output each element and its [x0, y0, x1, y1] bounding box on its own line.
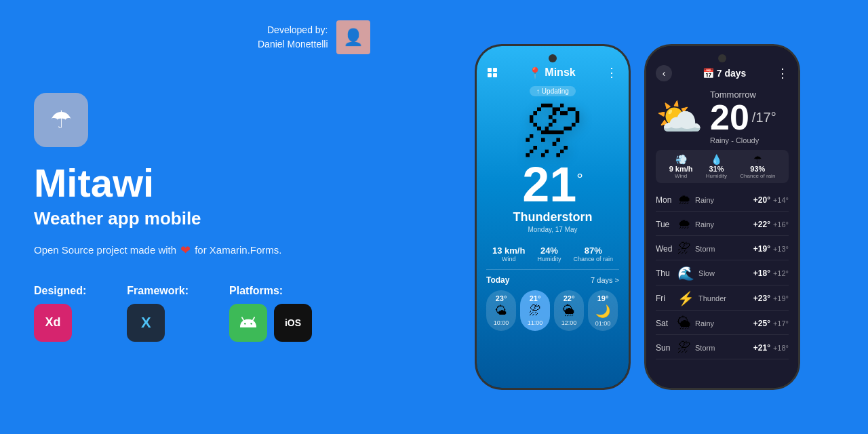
day-icon-5: 🌦 [677, 315, 691, 331]
framework-section: Framework: X [127, 285, 189, 342]
calendar-icon: 📅 [703, 68, 714, 79]
phone-main-screen: 📍 Minsk ⋮ ↑ Updating ⛈ 21° Thunderstorn … [475, 44, 631, 390]
app-description: Open Source project made with ❤ for Xama… [34, 243, 387, 258]
android-icon [229, 304, 267, 342]
p2-rain-value: 93% [740, 165, 775, 173]
day-icon-4: ⚡ [677, 290, 694, 307]
humidity-stat: 24% Humidity [537, 245, 561, 262]
hour-time-1: 11:00 [528, 319, 543, 326]
day-row-wed: Wed ⛈ Storm +19° +13° [656, 237, 789, 260]
xamarin-icon: X [127, 304, 165, 342]
rain-icon: ☂ [740, 154, 775, 165]
hour-card-0: 23° 🌤 10:00 [486, 290, 516, 331]
p2-wind-stat: 💨 9 km/h Wind [669, 154, 693, 179]
xd-icon: Xd [34, 304, 72, 342]
day-high-4: +23° [753, 294, 770, 303]
phone-notch-1 [549, 54, 557, 62]
day-condition-5: Rainy [695, 319, 753, 328]
hourly-scroll: 23° 🌤 10:00 21° ⛈ 11:00 22° 🌦 12:00 19° … [477, 288, 629, 339]
framework-icons: X [127, 304, 189, 342]
day-name-4: Fri [656, 294, 677, 303]
hour-icon-1: ⛈ [529, 304, 541, 318]
day-high-3: +18° [753, 269, 770, 278]
day-condition-2: Storm [695, 245, 753, 253]
screen-weather-main: 📍 Minsk ⋮ ↑ Updating ⛈ 21° Thunderstorn … [477, 46, 629, 388]
developer-info: Developed by: Daniel Monettelli [258, 23, 328, 52]
framework-label: Framework: [127, 285, 189, 297]
p2-weather-stats: 💨 9 km/h Wind 💧 31% Humidity ☂ 93% Chanc… [656, 150, 789, 183]
day-name-0: Mon [656, 195, 677, 205]
day-high-5: +25° [753, 319, 770, 328]
rain-value: 87% [573, 245, 613, 256]
day-condition-1: Rainy [695, 220, 753, 229]
ios-icon: iOS [274, 304, 312, 342]
platforms-section: Platforms: iOS [229, 285, 312, 342]
day-row-sat: Sat 🌦 Rainy +25° +17° [656, 312, 789, 335]
hour-card-3: 19° 🌙 01:00 [588, 290, 618, 331]
hour-time-0: 10:00 [494, 319, 509, 326]
degree-symbol: ° [576, 170, 583, 188]
7days-label: 📅 7 days [703, 68, 747, 79]
day-high-2: +19° [753, 244, 770, 254]
p2-humidity-label: Humidity [706, 173, 727, 179]
p2-wind-value: 9 km/h [669, 165, 693, 173]
day-row-thu: Thu 🌊 Slow +18° +12° [656, 262, 789, 285]
day-icon-1: 🌧 [677, 216, 691, 232]
p1-location: 📍 Minsk [528, 66, 575, 79]
designed-section: Designed: Xd [34, 285, 86, 342]
day-high-6: +21° [753, 343, 770, 353]
p2-more-options[interactable]: ⋮ [776, 66, 789, 81]
day-icon-3: 🌊 [677, 265, 694, 281]
tomorrow-section: ⛅ Tommorrow 20 /17° Rainy - Cloudy [646, 87, 798, 150]
temperature-display: 21° [477, 160, 629, 209]
rain-label: Chance of rain [573, 256, 613, 262]
app-subtitle: Weather app mobile [34, 208, 387, 229]
grid-menu-icon[interactable] [486, 66, 498, 79]
tomorrow-condition: Rainy - Cloudy [710, 136, 776, 144]
p2-wind-label: Wind [669, 173, 693, 179]
day-condition-0: Rainy [695, 196, 753, 204]
hour-time-3: 01:00 [595, 320, 611, 327]
platforms-label: Platforms: [229, 285, 312, 297]
description-post: for Xamarin.Forms. [195, 244, 281, 256]
heart-icon: ❤ [180, 243, 191, 258]
tomorrow-temp-display: 20 /17° [710, 100, 776, 135]
designed-label: Designed: [34, 285, 86, 297]
weather-icon-thunderstorm: ⛈ [477, 102, 629, 163]
hourly-header: Today 7 days > [477, 270, 629, 288]
description-pre: Open Source project made with [34, 244, 176, 256]
hour-icon-2: 🌦 [563, 304, 575, 318]
avatar-placeholder: 👤 [343, 28, 363, 47]
day-icon-0: 🌧 [677, 192, 691, 208]
seven-days-link[interactable]: 7 days > [591, 275, 619, 285]
p2-humidity-stat: 💧 31% Humidity [706, 154, 727, 179]
day-name-5: Sat [656, 319, 677, 328]
p2-humidity-value: 31% [706, 165, 727, 173]
day-condition-4: Thunder [698, 294, 753, 302]
humidity-value: 24% [537, 245, 561, 256]
left-panel: ☂ Mitawi Weather app mobile Open Source … [0, 66, 420, 369]
umbrella-icon: ☂ [50, 106, 72, 134]
developer-avatar: 👤 [336, 20, 370, 54]
phone-7days-screen: ‹ 📅 7 days ⋮ ⛅ Tommorrow 20 /17° Rainy -… [644, 44, 800, 390]
day-condition-3: Slow [698, 269, 753, 277]
hour-temp-3: 19° [597, 294, 609, 302]
back-button[interactable]: ‹ [656, 65, 672, 81]
hour-time-2: 12:00 [561, 319, 577, 326]
day-name-3: Thu [656, 269, 677, 278]
more-options-icon[interactable]: ⋮ [606, 65, 619, 80]
hour-icon-0: 🌤 [495, 304, 507, 318]
rain-stat: 87% Chance of rain [573, 245, 613, 262]
day-low-0: +14° [773, 196, 789, 204]
city-name: Minsk [545, 66, 575, 79]
tomorrow-weather-icon: ⛅ [656, 95, 703, 140]
day-name-6: Sun [656, 343, 677, 353]
tools-row: Designed: Xd Framework: X Platforms: [34, 285, 387, 342]
hour-icon-3: 🌙 [595, 304, 610, 319]
developer-name: Daniel Monettelli [258, 37, 328, 52]
weather-stats: 13 km/h Wind 24% Humidity 87% Chance of … [477, 239, 629, 269]
wind-stat: 13 km/h Wind [492, 245, 525, 262]
day-low-3: +12° [773, 269, 789, 277]
day-icon-6: ⛈ [677, 340, 691, 355]
hour-card-2: 22° 🌦 12:00 [554, 290, 584, 331]
